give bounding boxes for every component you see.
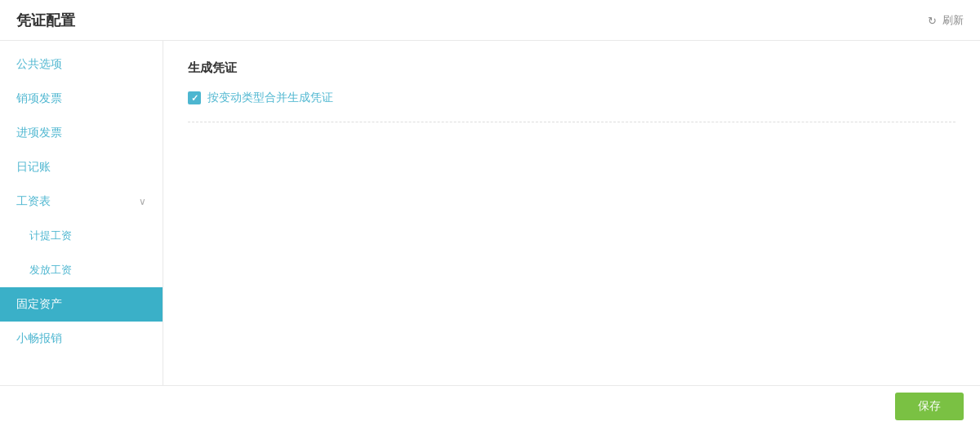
main-content: 生成凭证 按变动类型合并生成凭证	[163, 41, 980, 385]
sidebar-item-fixed-assets[interactable]: 固定资产	[0, 287, 163, 322]
sidebar-item-purchase-invoice[interactable]: 进项发票	[0, 116, 163, 150]
sidebar-item-sales-invoice[interactable]: 销项发票	[0, 82, 163, 116]
save-button[interactable]: 保存	[895, 393, 964, 420]
checkbox-row: 按变动类型合并生成凭证	[188, 91, 956, 105]
sidebar-item-calc-payroll[interactable]: 计提工资	[0, 219, 163, 253]
page-title: 凭证配置	[16, 11, 75, 30]
sidebar-item-pay-payroll[interactable]: 发放工资	[0, 253, 163, 287]
refresh-label: 刷新	[942, 13, 964, 28]
merge-by-type-checkbox[interactable]	[188, 91, 201, 104]
sidebar: 公共选项 销项发票 进项发票 日记账 工资表 ∨ 计提工资 发放工资 固定资	[0, 41, 163, 385]
sidebar-item-public[interactable]: 公共选项	[0, 47, 163, 82]
body: 公共选项 销项发票 进项发票 日记账 工资表 ∨ 计提工资 发放工资 固定资	[0, 41, 980, 385]
refresh-icon: ↻	[928, 15, 939, 26]
page-wrapper: 凭证配置 ↻ 刷新 公共选项 销项发票 进项发票 日记账 工资表 ∨	[0, 0, 980, 426]
sidebar-item-payroll[interactable]: 工资表 ∨	[0, 184, 163, 219]
sidebar-item-label: 发放工资	[29, 263, 72, 277]
sidebar-item-journal[interactable]: 日记账	[0, 150, 163, 184]
sidebar-item-label: 销项发票	[16, 91, 62, 106]
checkbox-label: 按变动类型合并生成凭证	[207, 91, 333, 105]
sidebar-item-label: 公共选项	[16, 57, 62, 72]
sidebar-item-label: 工资表	[16, 194, 51, 209]
sidebar-item-label: 小畅报销	[16, 331, 62, 346]
section-divider	[188, 122, 956, 122]
sidebar-item-expense[interactable]: 小畅报销	[0, 322, 163, 356]
sidebar-item-label: 计提工资	[29, 229, 72, 243]
sidebar-item-label: 固定资产	[16, 297, 62, 312]
chevron-down-icon: ∨	[139, 196, 146, 207]
sidebar-item-label: 进项发票	[16, 126, 62, 140]
footer: 保存	[0, 385, 980, 426]
refresh-button[interactable]: ↻ 刷新	[928, 13, 964, 28]
sidebar-item-label: 日记账	[16, 160, 51, 175]
header: 凭证配置 ↻ 刷新	[0, 0, 980, 41]
section-title: 生成凭证	[188, 60, 956, 76]
